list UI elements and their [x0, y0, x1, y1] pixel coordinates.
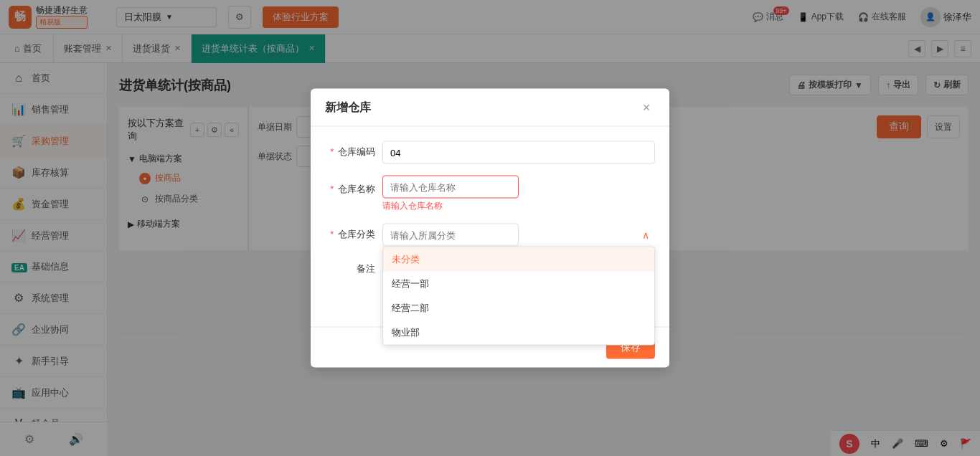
modal-close-button[interactable]: × — [638, 99, 655, 116]
modal-body: * 仓库编码 * 仓库名称 请输入仓库名称 * 仓库分类 — [311, 127, 669, 327]
modal-header: 新增仓库 × — [311, 89, 669, 127]
warehouse-category-input[interactable] — [382, 224, 519, 247]
modal-title: 新增仓库 — [325, 100, 371, 115]
category-dropdown: 未分类 经营一部 经营二部 物业部 — [382, 247, 655, 346]
dropdown-item-unclassified[interactable]: 未分类 — [383, 247, 654, 272]
warehouse-note-label: 备注 — [325, 258, 382, 275]
warehouse-category-wrapper: ∧ 未分类 经营一部 经营二部 物业部 — [382, 224, 655, 247]
warehouse-category-label: * 仓库分类 — [325, 224, 382, 241]
dropdown-item-property[interactable]: 物业部 — [383, 320, 654, 345]
warehouse-code-row: * 仓库编码 — [325, 141, 655, 164]
dropdown-item-dept1[interactable]: 经营一部 — [383, 272, 654, 296]
warehouse-category-row: * 仓库分类 ∧ 未分类 经营一部 经营二部 物业部 — [325, 224, 655, 247]
new-warehouse-modal: 新增仓库 × * 仓库编码 * 仓库名称 请输入仓库名称 — [311, 89, 669, 368]
warehouse-code-input[interactable] — [382, 141, 655, 164]
warehouse-name-label: * 仓库名称 — [325, 179, 382, 196]
category-arrow-icon[interactable]: ∧ — [642, 229, 649, 241]
warehouse-code-label: * 仓库编码 — [325, 141, 382, 158]
warehouse-name-input[interactable] — [382, 176, 519, 199]
dropdown-item-dept2[interactable]: 经营二部 — [383, 296, 654, 320]
warehouse-name-row: * 仓库名称 请输入仓库名称 — [325, 176, 655, 212]
warehouse-name-error: 请输入仓库名称 — [325, 200, 443, 212]
